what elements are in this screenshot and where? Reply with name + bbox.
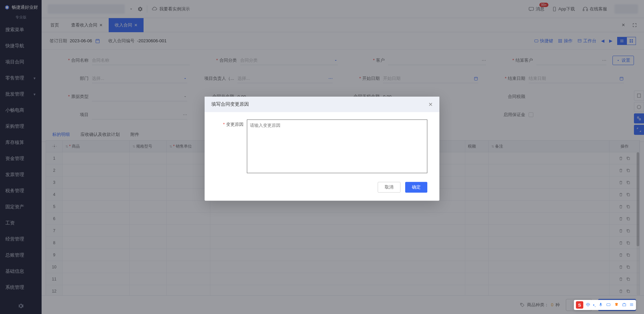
- ime-toolbar[interactable]: S 中 •,: [574, 300, 636, 310]
- reason-textarea[interactable]: [247, 119, 427, 173]
- modal-ok-button[interactable]: 确定: [405, 182, 427, 193]
- ime-menu-icon[interactable]: [629, 302, 634, 308]
- modal-title: 填写合同变更原因: [211, 101, 249, 107]
- ime-keyboard-icon[interactable]: [606, 302, 611, 308]
- modal-close-icon[interactable]: ✕: [428, 101, 433, 108]
- svg-rect-35: [607, 304, 610, 306]
- change-reason-modal: 填写合同变更原因 ✕ 变更原因 取消 确定: [205, 97, 439, 201]
- svg-rect-36: [623, 304, 626, 306]
- ime-skin-icon[interactable]: [614, 302, 619, 308]
- svg-rect-34: [600, 303, 601, 305]
- ime-mic-icon[interactable]: [598, 302, 603, 308]
- ime-dot-icon[interactable]: •,: [593, 303, 596, 308]
- reason-label: 变更原因: [217, 119, 244, 173]
- ime-toolbox-icon[interactable]: [622, 302, 627, 308]
- modal-cancel-button[interactable]: 取消: [378, 182, 400, 193]
- ime-lang-icon[interactable]: 中: [586, 302, 590, 308]
- ime-logo-icon: S: [576, 301, 583, 309]
